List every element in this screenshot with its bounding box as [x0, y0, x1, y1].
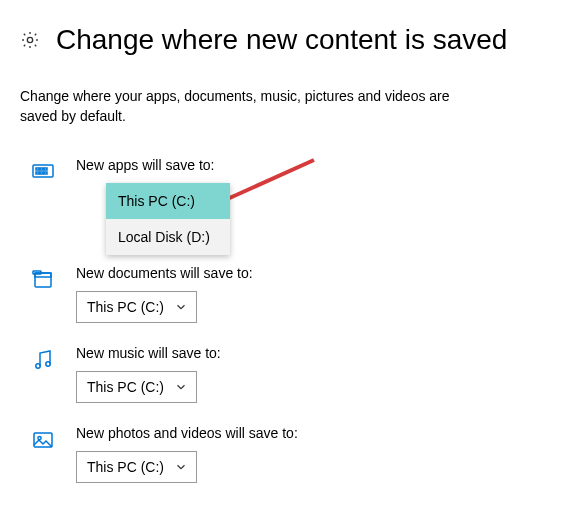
apps-icon [30, 159, 56, 185]
documents-location-dropdown[interactable]: This PC (C:) [76, 291, 197, 323]
svg-rect-7 [44, 172, 47, 174]
settings-list: New apps will save to: This PC (C:) Loca… [0, 127, 572, 483]
chevron-down-icon [174, 380, 188, 394]
photos-label: New photos and videos will save to: [76, 425, 572, 441]
svg-rect-2 [36, 168, 39, 170]
music-icon [30, 347, 56, 373]
gear-icon [20, 30, 40, 50]
chevron-down-icon [174, 300, 188, 314]
documents-selected-value: This PC (C:) [87, 299, 164, 315]
photos-location-dropdown[interactable]: This PC (C:) [76, 451, 197, 483]
svg-rect-6 [40, 172, 43, 174]
documents-label: New documents will save to: [76, 265, 572, 281]
svg-point-0 [27, 37, 32, 42]
svg-rect-1 [33, 165, 53, 177]
svg-rect-4 [44, 168, 47, 170]
photos-icon [30, 427, 56, 453]
dropdown-option-this-pc[interactable]: This PC (C:) [106, 183, 230, 219]
svg-rect-8 [35, 273, 51, 287]
music-location-dropdown[interactable]: This PC (C:) [76, 371, 197, 403]
section-music: New music will save to: This PC (C:) [30, 345, 572, 403]
music-label: New music will save to: [76, 345, 572, 361]
apps-label: New apps will save to: [76, 157, 572, 173]
svg-point-14 [38, 436, 41, 439]
photos-selected-value: This PC (C:) [87, 459, 164, 475]
svg-rect-3 [40, 168, 43, 170]
section-apps: New apps will save to: This PC (C:) Loca… [30, 157, 572, 185]
documents-icon [30, 267, 56, 293]
page-header: Change where new content is saved [0, 0, 572, 56]
dropdown-option-local-disk-d[interactable]: Local Disk (D:) [106, 219, 230, 255]
svg-point-11 [36, 363, 40, 367]
svg-point-12 [46, 361, 50, 365]
apps-location-dropdown-list[interactable]: This PC (C:) Local Disk (D:) [106, 183, 230, 255]
music-selected-value: This PC (C:) [87, 379, 164, 395]
section-photos: New photos and videos will save to: This… [30, 425, 572, 483]
svg-rect-5 [36, 172, 39, 174]
page-title: Change where new content is saved [56, 24, 507, 56]
page-subtitle: Change where your apps, documents, music… [0, 56, 470, 127]
chevron-down-icon [174, 460, 188, 474]
section-documents: New documents will save to: This PC (C:) [30, 265, 572, 323]
